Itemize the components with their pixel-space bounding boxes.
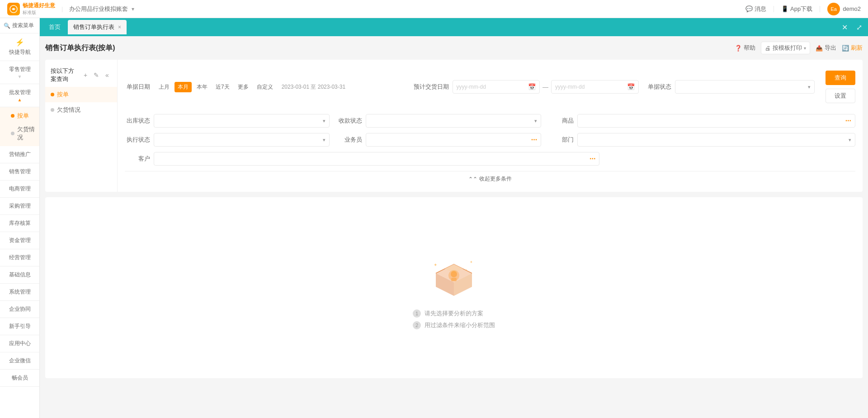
date-preset-this-month[interactable]: 本月 [175,82,192,92]
sidebar-item-appcenter[interactable]: 应用中心 [0,335,39,352]
app-logo-icon [7,3,20,15]
sidebar-item-wechat[interactable]: 企业微信 [0,352,39,370]
query-button[interactable]: 查询 [826,71,855,85]
tip-number-2: 2 [413,321,421,329]
out-status-field: 出库状态 ▾ [125,114,330,128]
sidebar-item-wholesale[interactable]: 批发管理 ▲ [0,84,39,107]
sidebar-item-inventory[interactable]: 库存核算 [0,215,39,232]
sidebar-item-label: 系统管理 [9,288,31,296]
date-preset-this-year[interactable]: 本年 [193,82,211,92]
help-button[interactable]: ❓ 帮助 [735,44,755,52]
top-bar-right: 💬 消息 📱 App下载 Ea demo2 [745,3,861,15]
sidebar-item-ecommerce[interactable]: 电商管理 [0,180,39,198]
exec-status-select[interactable]: ▾ [154,133,330,147]
sidebar-item-finance[interactable]: 资金管理 [0,232,39,249]
sub-menu-item-欠货情况[interactable]: 欠货情况 [7,123,39,144]
sidebar-item-purchase[interactable]: 采购管理 [0,198,39,215]
export-label: 导出 [825,44,836,52]
collapse-scheme-button[interactable]: « [103,71,112,80]
scheme-item-欠货情况[interactable]: 欠货情况 [45,102,117,118]
filter-sidebar-icons: + ✎ « [81,71,112,80]
app-download-button[interactable]: 📱 App下载 [781,5,812,13]
empty-state-illustration: ✦ ✦ ✦ [427,246,481,300]
search-menu-button[interactable]: 🔍 搜索菜单 [0,18,39,33]
expand-icon2: ▲ [18,97,22,102]
tab-home-label: 首页 [49,23,61,31]
expand-icon: ▼ [18,74,22,79]
sidebar-item-label: 经营管理 [9,254,31,261]
message-button[interactable]: 💬 消息 [745,5,766,13]
date-from-placeholder: yyyy-mm-dd [457,84,486,90]
receipt-status-field: 收款状态 ▾ [337,114,542,128]
dept-arrow-icon: ▾ [849,137,851,143]
sidebar-item-retail[interactable]: 零售管理 ▼ [0,61,39,84]
sidebar-item-quick-nav[interactable]: ⚡ 快捷导航 [0,33,39,61]
sidebar-item-label: 快捷导航 [9,48,31,56]
page-header: 销售订单执行表(按单) ❓ 帮助 🖨 按模板打印 ▾ 📤 导出 [45,42,863,54]
bill-status-field: 单据状态 ▾ [646,80,815,94]
top-bar: 畅捷通好生意 标准版 | 办公用品行业模拟账套 ▾ 💬 消息 📱 App下载 E… [0,0,868,18]
edit-scheme-button[interactable]: ✎ [92,71,101,80]
active-dot [11,114,14,118]
help-label: 帮助 [744,44,755,52]
add-scheme-button[interactable]: + [81,71,90,80]
filter-row-3: 执行状态 ▾ 业务员 ··· [125,133,855,147]
bill-status-label: 单据状态 [646,83,671,91]
empty-tip-1: 1 请先选择要分析的方案 [413,309,495,318]
bill-status-arrow-icon: ▾ [808,84,811,90]
salesman-select[interactable]: ··· [366,133,542,147]
date-preset-custom[interactable]: 自定义 [254,82,276,92]
salesman-more-icon[interactable]: ··· [531,136,537,144]
tab-expand-button[interactable]: ⤢ [854,22,864,33]
sidebar-item-label: 畅会员 [12,374,28,382]
goods-field: 商品 ··· [548,114,855,128]
sidebar-item-basic[interactable]: 基础信息 [0,266,39,284]
out-status-label: 出库状态 [125,117,150,125]
breadcrumb: 办公用品行业模拟账套 [69,5,128,13]
customer-more-icon[interactable]: ··· [590,155,595,163]
search-menu-label: 搜索菜单 [12,22,34,29]
goods-more-icon[interactable]: ··· [845,117,851,125]
export-button[interactable]: 📤 导出 [816,44,836,52]
sidebar-item-system[interactable]: 系统管理 [0,284,39,301]
settings-button[interactable]: 设置 [826,89,855,103]
sidebar-item-marketing[interactable]: 营销推广 [0,146,39,163]
scheme-item-按单[interactable]: 按单 [45,87,117,102]
page-content: 销售订单执行表(按单) ❓ 帮助 🖨 按模板打印 ▾ 📤 导出 [40,36,868,418]
exec-status-label: 执行状态 [125,136,150,144]
app-download-label: App下载 [790,5,812,13]
sidebar-item-member[interactable]: 畅会员 [0,370,39,387]
out-status-select[interactable]: ▾ [154,114,330,128]
receipt-status-select[interactable]: ▾ [366,114,542,128]
sidebar-item-operation[interactable]: 经营管理 [0,249,39,266]
date-preset-more[interactable]: 更多 [235,82,252,92]
breadcrumb-dropdown-icon[interactable]: ▾ [132,6,134,12]
customer-select[interactable]: ··· [154,152,599,166]
tab-close-icon[interactable]: × [118,24,121,30]
tab-bar: 首页 销售订单执行表 × ✕ ⤢ [40,18,868,36]
sidebar-item-sales[interactable]: 销售管理 [0,163,39,180]
date-preset-7days[interactable]: 近7天 [212,82,233,92]
calendar-from-icon: 📅 [528,83,536,90]
date-to-input[interactable]: yyyy-mm-dd 📅 [551,80,639,94]
sidebar-item-enterprise[interactable]: 企业协同 [0,301,39,318]
sub-menu-item-按单[interactable]: 按单 [7,109,39,123]
inactive-dot [11,132,14,135]
empty-tip-2: 2 用过滤条件来缩小分析范围 [413,321,495,329]
tab-sales-execution[interactable]: 销售订单执行表 × [68,20,127,34]
date-from-input[interactable]: yyyy-mm-dd 📅 [453,80,540,94]
sidebar-item-label: 零售管理 [9,66,31,73]
date-separator: — [542,84,548,90]
sidebar-item-guide[interactable]: 新手引导 [0,318,39,335]
refresh-button[interactable]: 🔄 刷新 [842,44,863,52]
bill-status-select[interactable]: ▾ [675,80,815,94]
sidebar-item-label: 营销推广 [9,151,31,158]
print-button[interactable]: 🖨 按模板打印 ▾ [761,42,810,54]
date-preset-last-month[interactable]: 上月 [156,82,173,92]
goods-select[interactable]: ··· [577,114,855,128]
dept-select[interactable]: ▾ [577,133,855,147]
collapse-button[interactable]: ⌃⌃ 收起更多条件 [125,171,855,186]
tab-home[interactable]: 首页 [43,20,66,34]
user-area[interactable]: Ea demo2 [827,3,861,15]
tab-close-all-button[interactable]: ✕ [839,22,850,33]
